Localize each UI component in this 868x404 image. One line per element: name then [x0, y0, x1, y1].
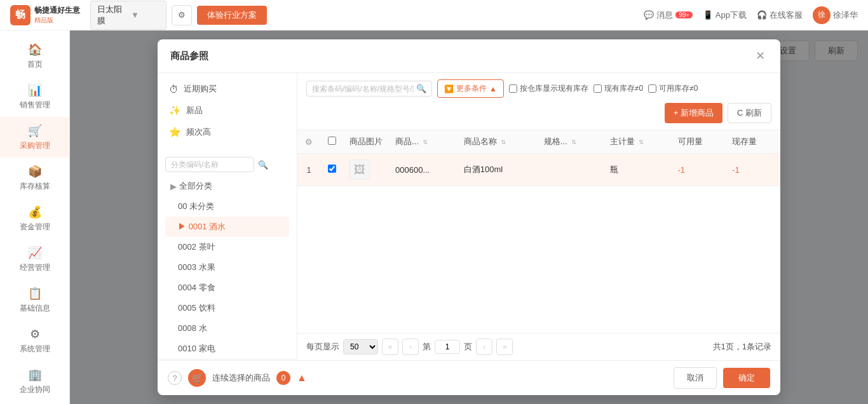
page-number-input[interactable]: 1	[435, 340, 460, 354]
checkbox-warehouse-stock[interactable]: 按仓库显示现有库存	[509, 83, 588, 94]
td-code: 000600...	[389, 154, 458, 186]
pagination: 每页显示 50 20 100 « ‹ 第 1 页 ›	[297, 333, 780, 360]
product-reference-dialog: 商品参照 ✕ ⏱ 近期购买 ✨	[158, 39, 780, 395]
search-icon[interactable]: 🔍	[416, 84, 426, 93]
column-settings-icon[interactable]: ⚙	[305, 137, 313, 147]
category-00-label: 00 未分类	[178, 201, 214, 211]
sidebar-item-basic-info[interactable]: 📋 基础信息	[0, 279, 69, 320]
cart-area[interactable]: 🛒	[188, 369, 206, 387]
sidebar-label-system: 系统管理	[20, 344, 50, 354]
category-item-0008[interactable]: 0008 水	[165, 318, 289, 339]
available-stock-checkbox[interactable]	[648, 84, 656, 93]
refresh-button[interactable]: C 刷新	[728, 103, 771, 123]
prev-page-button[interactable]: ‹	[402, 339, 419, 355]
logo-area: 畅 畅捷通好生意 精品版	[10, 5, 80, 25]
workspace-dropdown[interactable]: 日太阳膜 ▼	[90, 1, 166, 30]
sidebar-item-purchase[interactable]: 🛒 采购管理	[0, 117, 69, 158]
category-item-0001[interactable]: ▶ 0001 酒水	[165, 217, 289, 237]
product-thumbnail: 🖼	[349, 159, 370, 180]
sidebar-item-finance[interactable]: 💰 资金管理	[0, 198, 69, 239]
sidebar-item-home[interactable]: 🏠 首页	[0, 36, 69, 76]
main-layout: 🏠 首页 📊 销售管理 🛒 采购管理 📦 库存核算 💰 资金管理 📈 经营管理 …	[0, 30, 868, 404]
sort-code-icon[interactable]: ⇅	[423, 138, 428, 145]
category-item-0004[interactable]: 0004 零食	[165, 278, 289, 298]
current-stock-label: 现有库存≠0	[604, 83, 643, 94]
td-checkbox	[320, 154, 343, 186]
checkbox-available-stock[interactable]: 可用库存≠0	[648, 83, 698, 94]
user-item[interactable]: 徐 徐泽华	[813, 6, 858, 24]
first-page-button[interactable]: «	[382, 339, 398, 355]
category-item-0010[interactable]: 0010 家电	[165, 339, 289, 359]
sidebar-item-guide[interactable]: 🎯 新手引导	[0, 401, 69, 404]
logo-icon: 畅	[10, 5, 31, 25]
sort-spec-icon[interactable]: ⇅	[571, 138, 576, 145]
cancel-button[interactable]: 取消	[674, 367, 717, 389]
page-size-select[interactable]: 50 20 100	[343, 339, 378, 354]
sidebar-item-system[interactable]: ⚙ 系统管理	[0, 320, 69, 361]
category-item-0002[interactable]: 0002 茶叶	[165, 237, 289, 257]
sidebar-item-sales[interactable]: 📊 销售管理	[0, 76, 69, 117]
avatar: 徐	[813, 6, 831, 24]
sidebar-label-inventory: 库存核算	[20, 181, 50, 192]
category-search-icon[interactable]: 🔍	[258, 160, 268, 170]
continuous-label: 连续选择的商品	[212, 372, 270, 384]
sidebar-label-finance: 资金管理	[20, 222, 50, 232]
messages-nav-item[interactable]: 💬 消息 99+	[644, 10, 692, 21]
tab-recent-purchase[interactable]: ⏱ 近期购买	[163, 78, 292, 100]
sidebar-label-operations: 经营管理	[20, 262, 50, 273]
filter-icon: 🔽	[444, 84, 454, 93]
footer-collapse-button[interactable]: ▲	[297, 372, 307, 384]
sidebar-item-operations[interactable]: 📈 经营管理	[0, 239, 69, 279]
product-table-area: ⚙ 商品图片 商品...	[297, 130, 780, 333]
sidebar-item-enterprise[interactable]: 🏢 企业协同	[0, 361, 69, 401]
th-stock: 现存量	[726, 130, 780, 154]
td-spec	[538, 154, 604, 186]
sort-unit-icon[interactable]: ⇅	[639, 138, 644, 145]
add-product-button[interactable]: + 新增商品	[665, 103, 722, 123]
select-all-checkbox[interactable]	[328, 137, 336, 145]
category-item-00[interactable]: 00 未分类	[165, 196, 289, 217]
category-item-0005[interactable]: 0005 饮料	[165, 298, 289, 318]
product-table: ⚙ 商品图片 商品...	[297, 130, 780, 186]
system-icon: ⚙	[27, 327, 43, 342]
nav-right: 💬 消息 99+ 📱 App下载 🎧 在线客服 徐 徐泽华	[644, 6, 858, 24]
category-0010-label: 0010 家电	[178, 344, 215, 353]
settings-button[interactable]: ⚙	[172, 5, 192, 25]
help-icon[interactable]: ?	[168, 371, 182, 385]
star-icon: ⭐	[169, 126, 181, 138]
tab-new-products-label: 新品	[186, 105, 203, 116]
th-code: 商品... ⇅	[389, 130, 458, 154]
category-all-label: 全部分类	[179, 180, 212, 192]
next-page-button[interactable]: ›	[476, 339, 492, 355]
category-all-item[interactable]: ▶ 全部分类	[165, 176, 289, 196]
tab-frequent[interactable]: ⭐ 频次高	[163, 121, 292, 143]
row-select-checkbox[interactable]	[328, 165, 336, 173]
message-icon: 💬	[644, 10, 654, 20]
category-item-0003[interactable]: 0003 水果	[165, 257, 289, 278]
checkbox-current-stock[interactable]: 现有库存≠0	[593, 83, 643, 94]
current-stock-checkbox[interactable]	[593, 84, 602, 93]
table-row[interactable]: 1 🖼 000600... 白酒100ml	[297, 154, 780, 186]
sidebar-item-inventory[interactable]: 📦 库存核算	[0, 158, 69, 198]
online-service-item[interactable]: 🎧 在线客服	[757, 10, 803, 21]
sort-name-icon[interactable]: ⇅	[501, 138, 506, 145]
online-service-label: 在线客服	[770, 10, 803, 21]
basic-info-icon: 📋	[27, 286, 43, 301]
warehouse-stock-checkbox[interactable]	[509, 84, 517, 93]
sidebar-label-purchase: 采购管理	[20, 140, 50, 151]
app-download-item[interactable]: 📱 App下载	[703, 10, 747, 21]
dialog-close-button[interactable]: ✕	[752, 48, 768, 64]
selected-count: 0	[276, 371, 290, 385]
confirm-button[interactable]: 确定	[723, 368, 770, 388]
filter-label: 更多条件	[456, 83, 487, 94]
panel-collapse-button[interactable]: ‹	[297, 204, 297, 229]
category-search-input[interactable]	[165, 157, 254, 172]
inventory-icon: 📦	[27, 164, 43, 179]
experience-btn[interactable]: 体验行业方案	[197, 6, 267, 25]
last-page-button[interactable]: »	[496, 339, 513, 355]
warehouse-stock-label: 按仓库显示现有库存	[520, 83, 588, 94]
tab-new-products[interactable]: ✨ 新品	[163, 100, 292, 121]
product-search-input[interactable]	[312, 84, 414, 93]
category-0008-label: 0008 水	[178, 323, 207, 333]
more-filters-button[interactable]: 🔽 更多条件 ▲	[437, 79, 504, 98]
